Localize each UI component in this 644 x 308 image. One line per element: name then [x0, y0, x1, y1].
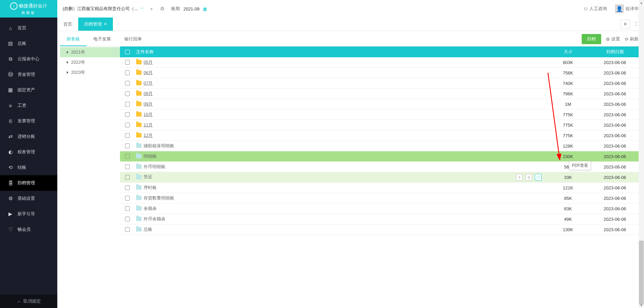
table-row[interactable]: 总账130K2023-06-06: [120, 224, 641, 235]
download-icon[interactable]: ⇩: [516, 174, 523, 181]
table-row[interactable]: 08月796K2023-06-06: [120, 89, 641, 99]
tabs-close-button[interactable]: ✕: [620, 20, 630, 29]
header-date: 归档日期: [592, 49, 641, 55]
file-item[interactable]: 09月: [136, 101, 153, 107]
row-checkbox[interactable]: [125, 91, 130, 96]
table-row[interactable]: 外币余额表49K2023-06-06: [120, 214, 641, 224]
tree-year-label: 2021年: [71, 49, 85, 55]
refresh-link[interactable]: ⟳ 刷新: [625, 36, 639, 42]
company-selector[interactable]: (勿删）江西服宝精品有限责任公司（... ﹀: [63, 6, 144, 12]
row-checkbox[interactable]: [125, 227, 130, 232]
sidebar-item-label: 结账: [18, 164, 26, 171]
table-row[interactable]: 余额表83K2023-06-06: [120, 204, 641, 214]
view-icon[interactable]: ⧂: [535, 174, 542, 181]
row-checkbox[interactable]: [125, 133, 130, 138]
file-item[interactable]: 05月: [136, 59, 153, 65]
refresh-icon: ⟳: [625, 37, 628, 42]
table-row[interactable]: 外币明细账56K2023-06-06: [120, 162, 641, 172]
row-checkbox[interactable]: [125, 144, 130, 148]
sidebar-item-invoice[interactable]: ⎘发票管理: [0, 113, 57, 129]
row-checkbox[interactable]: [125, 185, 130, 190]
archive-button[interactable]: 归档: [582, 34, 601, 44]
tree-year-2021年[interactable]: 2021年: [60, 47, 120, 57]
file-item[interactable]: 07月: [136, 80, 153, 86]
table-row[interactable]: 11月775K2023-06-06: [120, 120, 641, 130]
row-checkbox[interactable]: [125, 175, 130, 180]
table-row[interactable]: 07月740K2023-06-06: [120, 78, 641, 89]
file-name: 12月: [144, 132, 153, 138]
close-icon[interactable]: ✕: [104, 22, 107, 26]
tax-icon: ◐: [7, 149, 13, 155]
sidebar-item-close[interactable]: ⟲结账: [0, 160, 57, 175]
sidebar-item-tax[interactable]: ◐税务管理: [0, 144, 57, 160]
file-item[interactable]: 06月: [136, 70, 153, 76]
scroll-up-icon[interactable]: ▲: [640, 0, 643, 5]
row-checkbox[interactable]: [125, 123, 130, 127]
sidebar-item-label: 云报表中心: [18, 56, 39, 62]
sidebar-item-ledger[interactable]: ▤总账: [0, 36, 57, 51]
table-row[interactable]: 凭证⇩⎙⧂33K2023-06-06: [120, 172, 641, 183]
file-size: 775K: [544, 133, 592, 138]
sidebar-item-archive[interactable]: 🗄归档管理: [0, 175, 57, 191]
row-checkbox[interactable]: [125, 102, 130, 106]
table-row[interactable]: 序时账121K2023-06-06: [120, 183, 641, 193]
subtab-1[interactable]: 电子发票: [87, 33, 118, 46]
sidebar-pin-toggle[interactable]: ↔ 取消固定: [0, 295, 57, 308]
sidebar-item-home[interactable]: ⌂首页: [0, 20, 57, 36]
file-item: 余额表: [136, 206, 157, 212]
tree-year-2022年[interactable]: 2022年: [60, 57, 120, 67]
row-checkbox[interactable]: [125, 81, 130, 86]
consult-link[interactable]: ⚇ 人工咨询: [584, 6, 607, 12]
table-row[interactable]: 05月603K2023-06-06: [120, 57, 641, 68]
table-row[interactable]: 存货数量明细账85K2023-06-06: [120, 193, 641, 204]
file-item[interactable]: 12月: [136, 132, 153, 138]
tree-year-2023年[interactable]: 2023年: [60, 67, 120, 78]
vertical-scrollbar[interactable]: ▲ ▼: [639, 0, 644, 308]
file-item[interactable]: 11月: [136, 122, 153, 128]
sidebar-item-stock[interactable]: ⇄进销台账: [0, 129, 57, 144]
table-row[interactable]: 明细账230K2023-06-06: [120, 151, 641, 162]
file-size: 796K: [544, 91, 592, 96]
row-checkbox[interactable]: [125, 60, 130, 65]
table-row[interactable]: 辅助核算明细账128K2023-06-06: [120, 141, 641, 151]
file-item[interactable]: 08月: [136, 91, 153, 97]
scroll-thumb[interactable]: [639, 241, 644, 305]
file-item[interactable]: 10月: [136, 112, 153, 118]
add-button[interactable]: ＋: [148, 5, 155, 12]
table-row[interactable]: 12月775K2023-06-06: [120, 130, 641, 141]
table-row[interactable]: 06月756K2023-06-06: [120, 68, 641, 78]
calendar-icon[interactable]: ▦: [203, 6, 207, 11]
row-checkbox[interactable]: [125, 154, 130, 159]
subtab-2[interactable]: 银行回单: [118, 33, 149, 46]
sidebar-item-guide[interactable]: ▶新手引导: [0, 206, 57, 222]
sidebar-item-label: 归档管理: [18, 180, 35, 186]
table-row[interactable]: 09月1M2023-06-06: [120, 99, 641, 110]
tab-archive[interactable]: 归档管理 ✕: [78, 18, 113, 31]
folder-icon: [136, 154, 142, 158]
row-checkbox[interactable]: [125, 217, 130, 221]
row-checkbox[interactable]: [125, 70, 130, 75]
sidebar-item-vip[interactable]: ♡畅会员: [0, 222, 57, 237]
user-menu[interactable]: 👤 徐泽华: [615, 4, 639, 13]
settings-link[interactable]: ⚙ 设置: [606, 36, 620, 42]
sidebar-item-chart[interactable]: ⧉云报表中心: [0, 51, 57, 67]
select-all-checkbox[interactable]: [125, 50, 130, 54]
sidebar-item-gear[interactable]: ⚙基础设置: [0, 191, 57, 206]
file-item: 总账: [136, 226, 152, 233]
gear-icon: ⚙: [606, 37, 610, 42]
sidebar-item-money[interactable]: Ⓜ资金管理: [0, 67, 57, 82]
tab-archive-label: 归档管理: [84, 21, 102, 27]
sidebar-item-asset[interactable]: ▦固定资产: [0, 82, 57, 98]
row-checkbox[interactable]: [125, 196, 130, 201]
file-item: 辅助核算明细账: [136, 143, 174, 149]
row-checkbox[interactable]: [125, 206, 130, 211]
row-checkbox[interactable]: [125, 112, 130, 117]
subtab-0[interactable]: 财务账: [60, 33, 87, 46]
tab-home[interactable]: 首页: [57, 18, 78, 31]
settings-button[interactable]: ⚙: [158, 5, 166, 12]
file-name: 05月: [144, 59, 153, 65]
sidebar-item-salary[interactable]: ≡工资: [0, 98, 57, 113]
table-row[interactable]: 10月775K2023-06-06: [120, 110, 641, 120]
row-checkbox[interactable]: [125, 164, 130, 169]
pdf-icon[interactable]: ⎙: [525, 174, 532, 181]
